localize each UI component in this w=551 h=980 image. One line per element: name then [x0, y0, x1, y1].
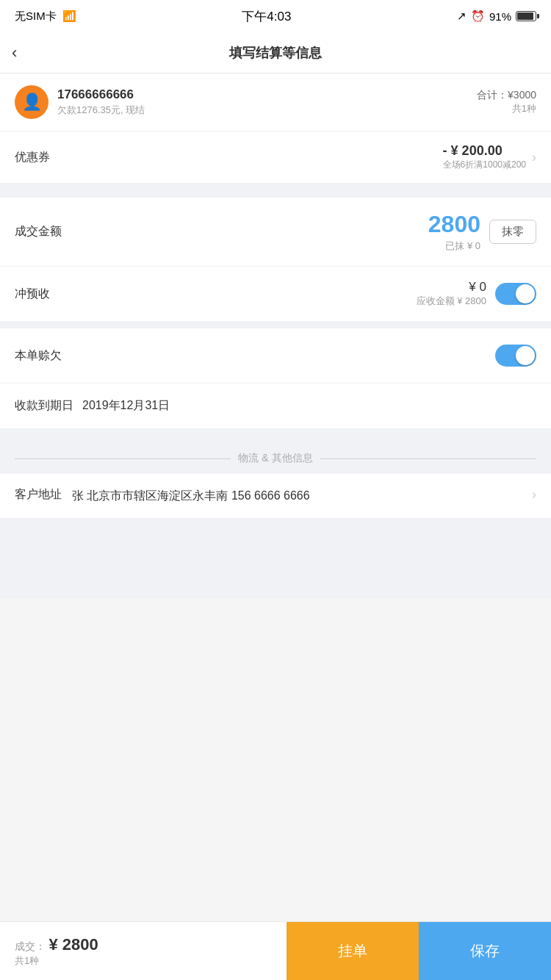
coupon-desc: 全场6折满1000减200: [443, 159, 526, 171]
due-row: 收款到期日 2019年12月31日: [0, 383, 551, 428]
page-title: 填写结算等信息: [229, 44, 322, 62]
bottom-spacer: [0, 525, 551, 599]
amount-value: 2800: [428, 211, 480, 238]
save-button[interactable]: 保存: [419, 922, 551, 981]
bottom-deal-row: 成交： ¥ 2800: [15, 935, 272, 954]
debt-row: 本单赊欠: [0, 328, 551, 383]
debt-toggle[interactable]: [495, 345, 536, 367]
address-label: 客户地址: [15, 487, 66, 502]
address-value: 张 北京市市辖区海淀区永丰南 156 6666 6666: [72, 487, 526, 505]
address-chevron-icon: ›: [532, 487, 536, 502]
alarm-icon: ⏰: [471, 10, 485, 23]
customer-left: 👤 17666666666 欠款1276.35元, 现结: [15, 85, 145, 119]
prepay-value: ¥ 0: [417, 280, 486, 295]
section-divider-1: [0, 190, 551, 198]
bottom-deal-label: 成交：: [15, 940, 46, 952]
carrier-text: 无SIM卡: [15, 10, 57, 24]
battery-percent: 91%: [489, 10, 511, 23]
prepay-sub: 应收金额 ¥ 2800: [417, 295, 486, 308]
prepay-label: 冲预收: [15, 287, 50, 302]
avatar: 👤: [15, 85, 48, 119]
amount-label: 成交金额: [15, 224, 62, 239]
coupon-chevron-icon: ›: [532, 150, 536, 165]
debt-toggle-knob: [516, 346, 535, 365]
bottom-summary: 成交： ¥ 2800 共1种: [0, 935, 287, 968]
amount-right: 2800 已抹 ¥ 0 抹零: [428, 211, 536, 253]
address-card: 客户地址 张 北京市市辖区海淀区永丰南 156 6666 6666 ›: [0, 474, 551, 518]
logistics-line-right: [320, 458, 536, 459]
bottom-bar: 成交： ¥ 2800 共1种 挂单 保存: [0, 921, 551, 980]
location-icon: ↗: [457, 10, 467, 23]
coupon-value-wrapper: - ¥ 200.00 全场6折满1000减200: [443, 143, 526, 171]
status-left: 无SIM卡 📶: [15, 10, 76, 24]
logistics-header: 物流 & 其他信息: [0, 443, 551, 474]
prepay-amount: ¥ 0 应收金额 ¥ 2800: [417, 280, 486, 308]
logistics-line-left: [15, 458, 231, 459]
nav-bar: ‹ 填写结算等信息: [0, 32, 551, 73]
coupon-label: 优惠券: [15, 150, 50, 165]
back-button[interactable]: ‹: [12, 43, 17, 62]
amount-value-wrapper: 2800 已抹 ¥ 0: [428, 211, 480, 253]
hang-button[interactable]: 挂单: [287, 922, 419, 981]
wifi-icon: 📶: [62, 10, 76, 23]
prepay-row: 冲预收 ¥ 0 应收金额 ¥ 2800: [0, 267, 551, 321]
toggle-knob: [516, 284, 535, 303]
customer-desc: 欠款1276.35元, 现结: [57, 104, 145, 117]
battery-icon: [516, 11, 536, 21]
prepay-toggle[interactable]: [495, 283, 536, 305]
content: 👤 17666666666 欠款1276.35元, 现结 合计：¥3000 共1…: [0, 73, 551, 599]
status-right: ↗ ⏰ 91%: [457, 10, 536, 23]
bottom-count: 共1种: [15, 954, 272, 968]
customer-right: 合计：¥3000 共1种: [477, 89, 536, 115]
status-bar: 无SIM卡 📶 下午4:03 ↗ ⏰ 91%: [0, 0, 551, 32]
section-divider-3: [0, 436, 551, 443]
total-label: 合计：¥3000: [477, 89, 536, 102]
bottom-amount: ¥ 2800: [48, 935, 98, 954]
section-divider-2: [0, 321, 551, 328]
customer-row: 👤 17666666666 欠款1276.35元, 现结 合计：¥3000 共1…: [0, 73, 551, 131]
customer-info: 17666666666 欠款1276.35元, 现结: [57, 87, 145, 117]
amount-row: 成交金额 2800 已抹 ¥ 0 抹零: [0, 198, 551, 267]
logistics-label: 物流 & 其他信息: [238, 452, 312, 465]
customer-card: 👤 17666666666 欠款1276.35元, 现结 合计：¥3000 共1…: [0, 73, 551, 183]
prepay-right: ¥ 0 应收金额 ¥ 2800: [417, 280, 536, 308]
total-count: 共1种: [477, 102, 536, 115]
status-time: 下午4:03: [242, 8, 291, 25]
amount-sub: 已抹 ¥ 0: [428, 239, 480, 253]
customer-name: 17666666666: [57, 87, 145, 102]
due-date: 2019年12月31日: [82, 398, 170, 414]
round-button[interactable]: 抹零: [489, 220, 536, 244]
debt-card: 本单赊欠 收款到期日 2019年12月31日: [0, 328, 551, 428]
coupon-right: - ¥ 200.00 全场6折满1000减200 ›: [443, 143, 536, 171]
due-label: 收款到期日: [15, 398, 73, 414]
coupon-amount: - ¥ 200.00: [443, 143, 526, 159]
debt-label: 本单赊欠: [15, 348, 62, 364]
amount-section: 成交金额 2800 已抹 ¥ 0 抹零 冲预收 ¥ 0 应收金额 ¥ 2800: [0, 198, 551, 321]
coupon-row[interactable]: 优惠券 - ¥ 200.00 全场6折满1000减200 ›: [0, 131, 551, 183]
address-row[interactable]: 客户地址 张 北京市市辖区海淀区永丰南 156 6666 6666 ›: [0, 474, 551, 518]
